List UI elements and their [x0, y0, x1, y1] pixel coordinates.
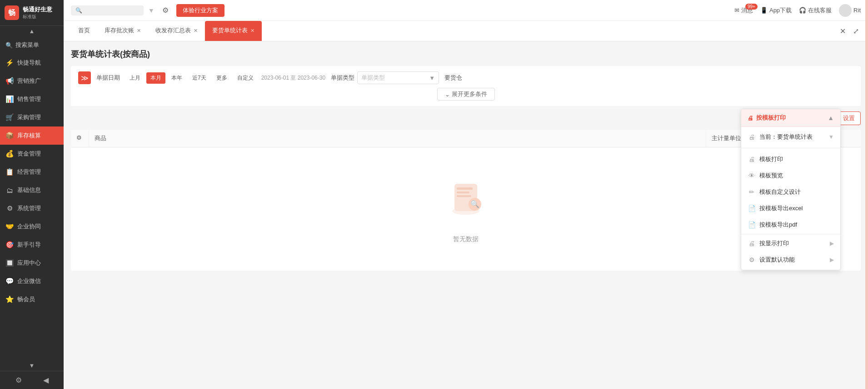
tab-order-stats[interactable]: 要货单统计表✕ [205, 21, 262, 41]
nav-label-member: 畅会员 [17, 295, 35, 303]
search-icon: 🔍 [5, 42, 13, 49]
svg-rect-3 [457, 192, 469, 193]
sidebar: 畅 畅通好生意 标准版 ▲ 🔍 搜索菜单 ⚡ 快捷导航 📢 营销推广 📊 销售管… [0, 0, 64, 389]
th-settings: ⚙ [71, 130, 89, 147]
dropdown-item-arrow-default-func: ▶ [830, 257, 834, 263]
dropdown-item-label-template-pdf: 按模板导出pdf [759, 221, 834, 229]
date-btn-0[interactable]: 上月 [125, 72, 145, 84]
dropdown-item-template-design[interactable]: ✏ 模板自定义设计 [741, 184, 840, 200]
empty-icon: 🔍 [443, 175, 489, 230]
sidebar-item-finance[interactable]: 💰 资金管理 [0, 145, 64, 163]
sidebar-item-purchase[interactable]: 🛒 采购管理 [0, 108, 64, 126]
header-app[interactable]: 📱 App下载 [760, 6, 792, 15]
current-template-label: 当前：要货单统计表 [759, 133, 825, 141]
expand-more-btn[interactable]: ⌄ 展开更多条件 [437, 88, 495, 101]
doc-type-placeholder: 单据类型 [361, 74, 385, 82]
sidebar-bottom: ⚙ ◀ [0, 371, 64, 389]
expand-more-label: 展开更多条件 [452, 90, 487, 98]
sidebar-item-basic[interactable]: 🗂 基础信息 [0, 181, 64, 199]
nav-icon-apps: 🔲 [5, 259, 14, 267]
sidebar-settings-icon[interactable]: ⚙ [15, 376, 22, 384]
dropdown-item-default-func[interactable]: ⚙ 设置默认功能 ▶ [741, 252, 840, 268]
dropdown-item-template-excel[interactable]: 📄 按模板导出excel [741, 200, 840, 217]
sidebar-item-marketing[interactable]: 📢 营销推广 [0, 72, 64, 90]
nav-icon-collab: 🤝 [5, 222, 14, 231]
sidebar-search[interactable]: 🔍 搜索菜单 [0, 36, 64, 54]
nav-label-quick-nav: 快捷导航 [17, 59, 41, 67]
trial-btn[interactable]: 体验行业方案 [176, 4, 224, 17]
nav-label-finance: 资金管理 [17, 150, 41, 158]
header-service[interactable]: 🎧 在线客服 [799, 6, 832, 15]
sidebar-item-sales[interactable]: 📊 销售管理 [0, 90, 64, 108]
header-msg[interactable]: ✉ 消息 99+ [734, 6, 753, 15]
dropdown-close-btn[interactable]: ▲ [828, 114, 834, 121]
dropdown-item-label-template-print: 模板打印 [759, 155, 834, 163]
nav-label-apps: 应用中心 [17, 259, 41, 267]
date-btn-4[interactable]: 更多 [212, 72, 231, 84]
tab-label-home: 首页 [78, 26, 90, 35]
tab-home[interactable]: 首页 [71, 21, 97, 41]
sidebar-item-operations[interactable]: 📋 经营管理 [0, 163, 64, 181]
nav-icon-marketing: 📢 [5, 77, 14, 85]
dropdown-section-current: 🖨 当前：要货单统计表 ▼ [741, 127, 840, 147]
sidebar-item-member[interactable]: ⭐ 畅会员 [0, 290, 64, 308]
tab-bar: 首页库存批次账✕收发存汇总表✕要货单统计表✕ ✕ ⤢ [64, 21, 868, 41]
date-btn-2[interactable]: 本年 [167, 72, 186, 84]
dropdown-item-template-print[interactable]: 🖨 模板打印 [741, 151, 840, 167]
filter-expand-btn[interactable]: ≫ [78, 71, 91, 84]
sidebar-toggle-icon[interactable]: ◀ [43, 376, 49, 384]
scroll-up-btn[interactable]: ▲ [0, 26, 64, 36]
nav-icon-operations: 📋 [5, 168, 14, 176]
header-user[interactable]: Rit [839, 4, 861, 17]
tab-batch-accounts[interactable]: 库存批次账✕ [97, 21, 148, 41]
dropdown-item-template-preview[interactable]: 👁 模板预览 [741, 167, 840, 184]
nav-label-basic: 基础信息 [17, 186, 41, 194]
dropdown-item-label-display-print: 按显示打印 [759, 239, 826, 248]
dropdown-item-display-print[interactable]: 🖨 按显示打印 ▶ [741, 235, 840, 252]
sidebar-item-wechat[interactable]: 💬 企业微信 [0, 272, 64, 290]
user-avatar [839, 4, 852, 17]
nav-icon-purchase: 🛒 [5, 113, 14, 121]
nav-icon-inventory: 📦 [5, 131, 14, 140]
tab-receipts-summary[interactable]: 收发存汇总表✕ [148, 21, 205, 41]
dropdown-item-icon-template-preview: 👁 [748, 172, 756, 179]
date-btn-5[interactable]: 自定义 [233, 72, 258, 84]
app-download-icon: 📱 [760, 7, 768, 14]
breadcrumb-dropdown-icon[interactable]: ▼ [148, 7, 155, 14]
dropdown-item-icon-default-func: ⚙ [748, 256, 756, 263]
nav-icon-system: ⚙ [5, 204, 14, 212]
date-filter-label: 单据日期 [96, 74, 120, 82]
sidebar-item-guide[interactable]: 🎯 新手引导 [0, 236, 64, 254]
tab-close-order-stats[interactable]: ✕ [250, 28, 254, 34]
tab-close-all-btn[interactable]: ✕ [838, 25, 848, 37]
nav-label-system: 系统管理 [17, 204, 41, 212]
doc-type-select[interactable]: 单据类型 ▼ [357, 71, 439, 84]
dropdown-item-icon-display-print: 🖨 [748, 240, 756, 247]
nav-label-purchase: 采购管理 [17, 113, 41, 121]
nav-icon-quick-nav: ⚡ [5, 59, 14, 67]
sidebar-item-inventory[interactable]: 📦 库存核算 [0, 126, 64, 145]
service-icon: 🎧 [799, 7, 806, 14]
date-btn-3[interactable]: 近7天 [188, 72, 210, 84]
dropdown-item-template-pdf[interactable]: 📄 按模板导出pdf [741, 217, 840, 233]
app-name: 畅通好生意 [23, 6, 52, 14]
current-template-item[interactable]: 🖨 当前：要货单统计表 ▼ [741, 129, 840, 145]
header-settings-btn[interactable]: ⚙ [159, 4, 172, 17]
tab-label-receipts-summary: 收发存汇总表 [155, 26, 191, 35]
dropdown-item-label-template-design: 模板自定义设计 [759, 188, 834, 196]
dropdown-divider-1 [741, 148, 840, 148]
sidebar-item-collab[interactable]: 🤝 企业协同 [0, 217, 64, 236]
tab-close-batch-accounts[interactable]: ✕ [137, 28, 141, 34]
msg-badge: 99+ [745, 4, 758, 10]
scroll-down-btn[interactable]: ▼ [0, 360, 64, 371]
breadcrumb-search[interactable]: 🔍 [71, 5, 144, 15]
sidebar-item-apps[interactable]: 🔲 应用中心 [0, 254, 64, 272]
dropdown-title-text: 按模板打印 [756, 114, 786, 122]
tab-close-receipts-summary[interactable]: ✕ [194, 28, 198, 34]
tab-maximize-btn[interactable]: ⤢ [851, 25, 861, 37]
sidebar-item-quick-nav[interactable]: ⚡ 快捷导航 [0, 54, 64, 72]
dropdown-title: 🖨 按模板打印 [748, 114, 786, 122]
sidebar-item-system[interactable]: ⚙ 系统管理 [0, 199, 64, 217]
dropdown-item-label-template-preview: 模板预览 [759, 172, 834, 180]
date-btn-1[interactable]: 本月 [146, 72, 165, 84]
